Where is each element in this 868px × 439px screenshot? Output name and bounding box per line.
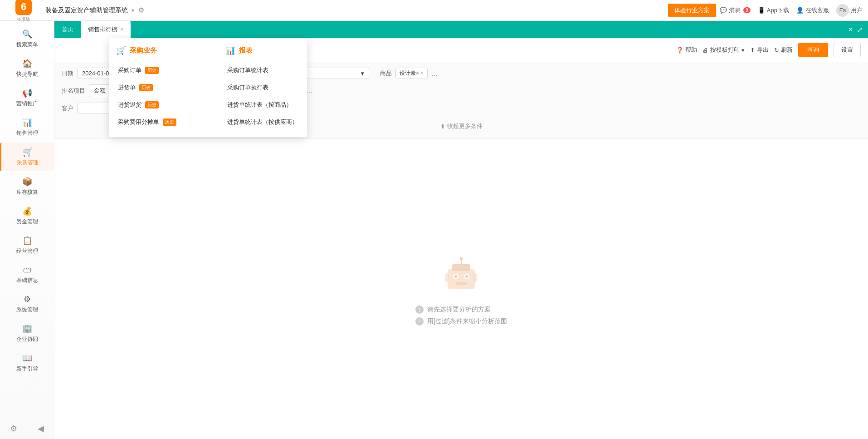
online-service-btn[interactable]: 👤 在线客服 [796,6,829,15]
sidebar-item-system-label: 系统管理 [16,306,38,314]
svg-rect-8 [473,273,477,282]
dropdown-item-purchase-order[interactable]: 采购订单 历史 [116,63,189,78]
tab-sales-rank[interactable]: 销售排行榜 × [81,21,131,38]
sidebar-item-operations[interactable]: 📋 经营管理 [0,231,54,260]
collapse-label: 收起更多条件 [447,122,483,130]
empty-illustration [439,253,484,298]
dropdown-item-gr-stat-supplier[interactable]: 进货单统计表（按供应商） [225,114,300,130]
salesperson-dots[interactable]: ... [306,87,312,95]
empty-tip-2-num: 2 [415,317,424,326]
rank-item-label: 排名项目 [62,87,85,95]
sidebar-item-quick-nav[interactable]: 🏠 快捷导航 [0,54,54,83]
purchase-order-label: 采购订单 [118,66,141,74]
sidebar-item-finance[interactable]: 💰 资金管理 [0,202,54,230]
purchase-section-title: 🛒 采购业务 [116,45,189,57]
empty-tip-2-text: 用[过滤]条件来缩小分析范围 [427,317,507,326]
app-logo: 6 标准版 [5,0,42,22]
tab-bar-actions: × ⤢ [848,25,868,35]
dropdown-item-goods-return[interactable]: 进货退货 历史 [116,97,189,113]
dropdown-item-po-stat[interactable]: 采购订单统计表 [225,63,300,78]
svg-point-10 [460,257,463,260]
topbar-gear-icon[interactable]: ⚙ [138,6,144,15]
basic-info-icon: 🗃 [23,265,31,275]
sidebar-item-guide[interactable]: 📖 新手引导 [0,349,54,377]
sidebar-item-sales-label: 销售管理 [16,129,38,137]
export-btn[interactable]: ⬆ 导出 [750,46,769,54]
sidebar-item-search[interactable]: 🔍 搜索菜单 [0,25,54,53]
topbar-right: 💬 消息 9 📱 App下载 👤 在线客服 Ea 用户 [720,4,863,17]
user-label: 用户 [851,6,863,15]
tab-expand-icon[interactable]: ⤢ [857,25,863,34]
sidebar-item-enterprise[interactable]: 🏢 企业协同 [0,319,54,348]
purchase-expense-hist-badge: 历史 [163,118,176,126]
svg-point-4 [454,275,457,278]
guide-icon: 📖 [22,353,32,363]
refresh-btn[interactable]: ↻ 刷新 [774,46,793,54]
toolbar-right: ❓ 帮助 🖨 按模板打印 ▾ ⬆ 导出 ↻ 刷新 [676,43,861,57]
date-label: 日期 [62,69,73,78]
tab-sales-rank-label: 销售排行榜 [88,25,117,34]
user-btn[interactable]: Ea 用户 [836,4,863,17]
tab-close-icon[interactable]: × [120,26,123,33]
topbar-arrow-icon[interactable]: ▾ [132,7,134,14]
goods-return-hist-badge: 历史 [145,101,159,109]
dropdown-item-goods-receipt[interactable]: 进货单 历史 [116,80,189,95]
print-btn[interactable]: 🖨 按模板打印 ▾ [702,46,745,54]
sidebar-item-inventory-label: 库存核算 [16,188,38,196]
report-section-icon: 📊 [225,45,235,55]
goods-tag-remove-icon[interactable]: × [421,71,424,76]
industry-btn[interactable]: 体验行业方案 [668,4,716,17]
sidebar-footer: ⚙ ◀ [0,418,54,439]
app-download-btn[interactable]: 📱 App下载 [758,6,789,15]
empty-text: 1 请先选择要分析的方案 2 用[过滤]条件来缩小分析范围 [415,306,507,326]
sidebar: 🔍 搜索菜单 🏠 快捷导航 📢 营销推广 📊 销售管理 🛒 采购管理 📦 库存核… [0,21,54,439]
user-avatar-icon: Ea [836,4,849,17]
query-btn[interactable]: 查询 [798,43,828,57]
online-service-icon: 👤 [796,7,804,14]
sidebar-item-finance-label: 资金管理 [16,218,38,226]
print-icon: 🖨 [702,47,708,54]
help-label: 帮助 [685,46,697,54]
sidebar-item-quick-nav-label: 快捷导航 [16,70,38,78]
tab-home[interactable]: 首页 [54,21,81,38]
sidebar-settings-icon[interactable]: ⚙ [10,424,17,434]
message-btn[interactable]: 💬 消息 9 [720,6,751,15]
export-icon: ⬆ [750,47,755,54]
sidebar-item-guide-label: 新手引导 [16,365,38,373]
gr-stat-goods-label: 进货单统计表（按商品） [227,101,292,109]
system-title: 装备及固定资产辅助管理系统 [45,6,128,15]
dropdown-menu: 🛒 采购业务 采购订单 历史 进货单 历史 进货退货 历史 采购费用分摊单 [109,38,307,137]
empty-tip-1-num: 1 [415,306,424,314]
dropdown-item-purchase-expense[interactable]: 采购费用分摊单 历史 [116,114,189,130]
sidebar-item-basic-info[interactable]: 🗃 基础信息 [0,261,54,289]
help-icon: ❓ [676,47,683,54]
sidebar-item-search-label: 搜索菜单 [16,41,38,49]
settings-btn[interactable]: 设置 [834,43,861,57]
print-arrow-icon: ▾ [741,47,745,54]
empty-tip-2: 2 用[过滤]条件来缩小分析范围 [415,317,507,326]
order-status-arrow-icon: ▾ [361,70,364,77]
sidebar-item-inventory[interactable]: 📦 库存核算 [0,172,54,201]
sidebar-item-system[interactable]: ⚙ 系统管理 [0,290,54,318]
dropdown-item-gr-stat-goods[interactable]: 进货单统计表（按商品） [225,97,300,113]
refresh-label: 刷新 [781,46,793,54]
topbar: 6 标准版 装备及固定资产辅助管理系统 ▾ ⚙ 体验行业方案 💬 消息 9 📱 … [0,0,868,21]
marketing-icon: 📢 [22,88,32,98]
svg-point-5 [465,275,468,278]
customer-label: 客户 [62,104,73,113]
goods-dots[interactable]: ... [431,69,437,78]
goods-receipt-hist-badge: 历史 [139,84,153,91]
enterprise-icon: 🏢 [22,324,32,334]
customer-value [82,105,84,112]
sidebar-item-sales[interactable]: 📊 销售管理 [0,113,54,142]
sidebar-item-marketing[interactable]: 📢 营销推广 [0,84,54,112]
purchase-order-hist-badge: 历史 [145,67,159,74]
dropdown-divider [207,45,207,130]
sidebar-item-purchase[interactable]: 🛒 采购管理 [0,143,54,171]
dropdown-item-po-exec[interactable]: 采购订单执行表 [225,80,300,95]
help-btn[interactable]: ❓ 帮助 [676,46,697,54]
tab-close-all-icon[interactable]: × [848,25,853,35]
inventory-icon: 📦 [22,177,32,187]
po-exec-label: 采购订单执行表 [227,84,268,92]
sidebar-collapse-icon[interactable]: ◀ [38,424,44,434]
